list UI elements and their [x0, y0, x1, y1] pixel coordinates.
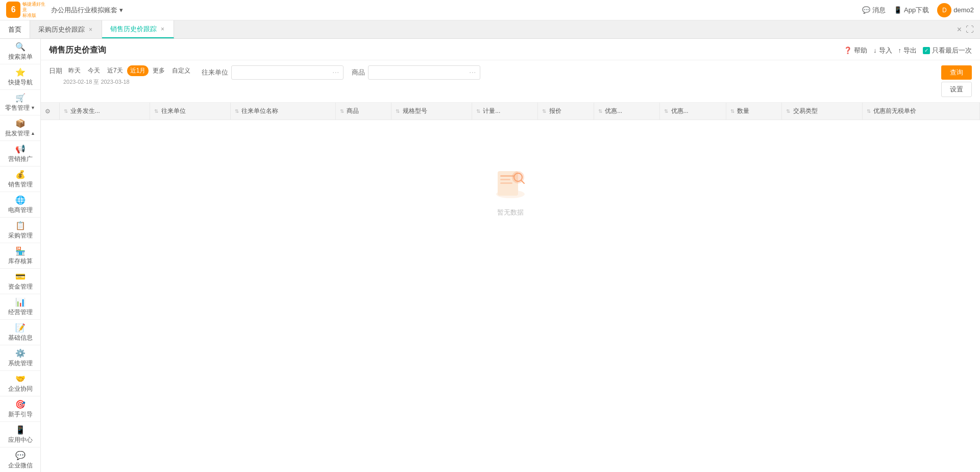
tab-purchase-history[interactable]: 采购历史价跟踪 ×: [30, 20, 102, 38]
sidebar-label-purchase: 采购管理: [8, 231, 33, 240]
sidebar-item-retail[interactable]: 🛒 零售管理 ▼: [0, 90, 40, 115]
only-last-checkbox-label[interactable]: ✓ 只看最后一次: [923, 46, 972, 55]
partner-input-dots[interactable]: ···: [332, 68, 339, 77]
sidebar-label-system: 系统管理: [8, 359, 33, 368]
gear-icon[interactable]: ⚙: [45, 108, 51, 115]
tab-sales-history[interactable]: 销售历史价跟踪 ×: [102, 20, 174, 38]
sidebar-item-system[interactable]: ⚙️ 系统管理: [0, 345, 40, 371]
col-discount1[interactable]: ⇅ 优惠...: [594, 103, 660, 120]
import-icon: ↓: [873, 46, 877, 54]
svg-rect-4: [500, 182, 512, 184]
col-unit[interactable]: ⇅ 计量...: [472, 103, 538, 120]
tab-purchase-close[interactable]: ×: [88, 25, 93, 34]
date-btn-yesterday[interactable]: 昨天: [65, 65, 84, 76]
sidebar-item-enterprise-collab[interactable]: 🤝 企业协同: [0, 371, 40, 396]
sort-arrows-discount2: ⇅: [664, 108, 668, 114]
app-download-btn[interactable]: 📱 App下载: [894, 6, 929, 15]
expand-window-btn[interactable]: ⛶: [966, 25, 974, 34]
sidebar-label-ops: 经营管理: [8, 308, 33, 317]
sidebar-item-finance[interactable]: 💳 资金管理: [0, 269, 40, 294]
sort-arrows-discount1: ⇅: [598, 108, 602, 114]
sort-arrows-spec: ⇅: [396, 108, 400, 114]
col-product[interactable]: ⇅ 商品: [335, 103, 391, 120]
partner-filter-group: 往来单位 ···: [202, 65, 344, 80]
date-btn-more[interactable]: 更多: [150, 65, 168, 76]
product-input-dots[interactable]: ···: [469, 68, 476, 77]
sort-arrows-partner-name: ⇅: [235, 108, 239, 114]
import-btn[interactable]: ↓ 导入: [873, 46, 892, 55]
finance-icon: 💳: [15, 272, 26, 281]
page-header-actions: ❓ 帮助 ↓ 导入 ↑ 导出 ✓ 只看最后一次: [844, 46, 972, 55]
sidebar-item-sales-mgmt[interactable]: 💰 销售管理: [0, 167, 40, 192]
col-pre-tax[interactable]: ⇅ 优惠前无税单价: [862, 103, 979, 120]
export-icon: ↑: [898, 46, 902, 54]
wholesale-icon: 📦: [15, 119, 26, 128]
col-partner-name[interactable]: ⇅ 往来单位名称: [230, 103, 335, 120]
sidebar-item-wholesale[interactable]: 📦 批发管理 ▲: [0, 115, 40, 141]
sidebar-item-app-center[interactable]: 📱 应用中心: [0, 422, 40, 447]
tab-purchase-label: 采购历史价跟踪: [38, 25, 85, 34]
date-btn-7days[interactable]: 近7天: [104, 65, 126, 76]
col-quote[interactable]: ⇅ 报价: [538, 103, 594, 120]
chevron-icon-wholesale: ▲: [31, 131, 35, 136]
export-btn[interactable]: ↑ 导出: [898, 46, 917, 55]
table-header-row: ⚙ ⇅ 业务发生... ⇅ 往来单位 ⇅ 往来单位名称: [41, 103, 980, 120]
col-trade-type[interactable]: ⇅ 交易类型: [782, 103, 863, 120]
sort-arrows-partner-code: ⇅: [154, 108, 158, 114]
help-icon: ❓: [844, 46, 852, 54]
partner-label: 往来单位: [202, 68, 228, 77]
user-profile[interactable]: D demo2: [937, 3, 974, 17]
settings-button[interactable]: 设置: [941, 82, 972, 97]
date-btn-1month[interactable]: 近1月: [127, 65, 149, 76]
col-partner-code[interactable]: ⇅ 往来单位: [150, 103, 231, 120]
message-btn[interactable]: 💬 消息: [862, 6, 886, 15]
sort-arrows-quantity: ⇅: [730, 108, 734, 114]
col-quantity[interactable]: ⇅ 数量: [726, 103, 781, 120]
help-btn[interactable]: ❓ 帮助: [844, 46, 867, 55]
sidebar-item-new-guide[interactable]: 🎯 新手引导: [0, 396, 40, 422]
data-table: ⚙ ⇅ 业务发生... ⇅ 往来单位 ⇅ 往来单位名称: [41, 103, 980, 120]
content-area: 销售历史价查询 ❓ 帮助 ↓ 导入 ↑ 导出 ✓ 只看最后一次: [41, 39, 980, 472]
ecommerce-icon: 🌐: [15, 195, 26, 205]
sort-arrows-unit: ⇅: [476, 108, 480, 114]
sidebar-item-enterprise-wechat[interactable]: 💬 企业微信: [0, 447, 40, 472]
col-settings[interactable]: ⚙: [41, 103, 59, 120]
avatar: D: [937, 3, 951, 17]
main-layout: 🔍 搜索菜单 ⭐ 快捷导航 🛒 零售管理 ▼ 📦 批发管理 ▲ 📢 营销推广: [0, 39, 980, 472]
date-label: 日期: [49, 66, 62, 76]
product-input[interactable]: ···: [368, 65, 480, 80]
sidebar-item-inventory[interactable]: 🏪 库存核算: [0, 243, 40, 269]
close-window-btn[interactable]: ×: [957, 25, 962, 34]
date-btn-today[interactable]: 今天: [85, 65, 103, 76]
col-discount2[interactable]: ⇅ 优惠...: [660, 103, 726, 120]
sidebar-label-guide: 新手引导: [8, 410, 33, 419]
basic-info-icon: 📝: [15, 323, 26, 333]
sidebar-label-quick-nav: 快捷导航: [8, 78, 33, 87]
inventory-icon: 🏪: [15, 246, 26, 256]
sidebar-item-basic-info[interactable]: 📝 基础信息: [0, 320, 40, 345]
sidebar-item-purchase[interactable]: 📋 采购管理: [0, 218, 40, 243]
date-options-group: 日期 昨天 今天 近7天 近1月 更多 自定义: [49, 65, 193, 76]
tab-sales-close[interactable]: ×: [160, 25, 165, 34]
tab-home-label: 首页: [8, 25, 21, 34]
checkbox-checked-icon: ✓: [923, 47, 930, 54]
col-spec[interactable]: ⇅ 规格型号: [391, 103, 472, 120]
sidebar-label-sales-mgmt: 销售管理: [8, 180, 33, 189]
sidebar-item-ecommerce[interactable]: 🌐 电商管理: [0, 192, 40, 218]
logo-icon: 6: [6, 2, 20, 18]
table-container: ⚙ ⇅ 业务发生... ⇅ 往来单位 ⇅ 往来单位名称: [41, 103, 980, 472]
sort-arrows-trade-type: ⇅: [786, 108, 790, 114]
tab-home[interactable]: 首页: [0, 20, 30, 38]
app-center-icon: 📱: [15, 425, 26, 435]
sidebar-item-marketing[interactable]: 📢 营销推广: [0, 141, 40, 167]
query-button[interactable]: 查询: [941, 65, 972, 80]
partner-input[interactable]: ···: [231, 65, 344, 80]
sidebar-label-wholesale: 批发管理: [5, 129, 30, 138]
sidebar-item-quick-nav[interactable]: ⭐ 快捷导航: [0, 64, 40, 90]
col-biz-date[interactable]: ⇅ 业务发生...: [59, 103, 150, 120]
sidebar-label-search-menu: 搜索菜单: [8, 53, 33, 61]
date-btn-custom[interactable]: 自定义: [169, 65, 193, 76]
sidebar-item-ops[interactable]: 📊 经营管理: [0, 294, 40, 320]
account-selector[interactable]: 办公用品行业模拟账套 ▾: [51, 6, 123, 15]
sidebar-item-search-menu[interactable]: 🔍 搜索菜单: [0, 39, 40, 64]
